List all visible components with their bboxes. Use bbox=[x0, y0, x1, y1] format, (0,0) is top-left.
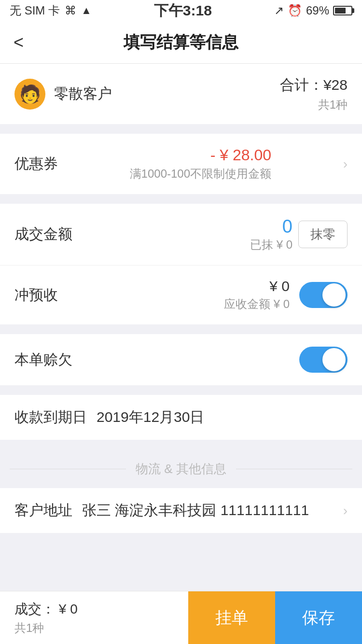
avatar-icon: 🧑 bbox=[19, 84, 41, 104]
bottom-info: 成交： ¥ 0 共1种 bbox=[0, 591, 188, 644]
status-bar: 无 SIM 卡 ⌘ ▲ 下午3:18 ↗ ⏰ 69% bbox=[0, 0, 362, 21]
save-button[interactable]: 保存 bbox=[275, 591, 362, 644]
due-date-value: 2019年12月30日 bbox=[97, 407, 204, 427]
total-amount: 合计：¥28 bbox=[280, 75, 348, 95]
coupon-right: - ¥ 28.00 满1000-100不限制使用金额 bbox=[130, 146, 271, 182]
page-title: 填写结算等信息 bbox=[124, 31, 238, 54]
address-row[interactable]: 客户地址 张三 海淀永丰科技园 11111111111 › bbox=[0, 488, 362, 533]
due-date-label: 收款到期日 bbox=[14, 407, 87, 427]
prepay-label: 冲预收 bbox=[14, 285, 58, 305]
deal-amount-right-inner: 0 已抹 ¥ 0 bbox=[250, 216, 292, 252]
location-icon: ↗ bbox=[274, 4, 284, 17]
customer-name: 零散客户 bbox=[54, 84, 112, 104]
prepay-right: ¥ 0 应收金额 ¥ 0 bbox=[224, 278, 348, 312]
logistics-line-left bbox=[10, 469, 126, 469]
status-left: 无 SIM 卡 ⌘ ▲ bbox=[10, 3, 92, 18]
coupon-row[interactable]: 优惠券 - ¥ 28.00 满1000-100不限制使用金额 › bbox=[0, 134, 362, 194]
bottom-deal: 成交： ¥ 0 bbox=[14, 600, 174, 618]
coupon-sub: 满1000-100不限制使用金额 bbox=[130, 166, 271, 182]
address-chevron: › bbox=[343, 503, 348, 518]
toggle-knob bbox=[322, 283, 346, 307]
battery-fill bbox=[335, 8, 346, 14]
deal-amount-label: 成交金额 bbox=[14, 224, 72, 244]
back-button[interactable]: < bbox=[14, 32, 24, 53]
coupon-amount: - ¥ 28.00 bbox=[130, 146, 271, 164]
credit-toggle[interactable] bbox=[299, 347, 348, 373]
customer-total: 合计：¥28 共1种 bbox=[280, 75, 348, 112]
logistics-divider: 物流 & 其他信息 bbox=[0, 449, 362, 488]
content: 🧑 零散客户 合计：¥28 共1种 优惠券 - ¥ 28.00 满1000-10… bbox=[0, 64, 362, 601]
battery-icon bbox=[333, 6, 352, 15]
coupon-chevron: › bbox=[343, 156, 348, 172]
hold-button[interactable]: 挂单 bbox=[188, 591, 275, 644]
address-value: 张三 海淀永丰科技园 11111111111 bbox=[82, 501, 343, 520]
wifi-icon: ⌘ bbox=[65, 4, 76, 17]
address-label: 客户地址 bbox=[14, 501, 72, 520]
customer-avatar: 🧑 bbox=[14, 79, 45, 110]
status-right: ↗ ⏰ 69% bbox=[274, 4, 352, 17]
deal-amount-right: 0 已抹 ¥ 0 抹零 bbox=[250, 216, 348, 252]
credit-row: 本单赊欠 bbox=[0, 334, 362, 385]
round-zero-button[interactable]: 抹零 bbox=[298, 221, 348, 248]
prepay-toggle[interactable] bbox=[299, 282, 348, 308]
divider-2 bbox=[0, 194, 362, 204]
bottom-bar: 成交： ¥ 0 共1种 挂单 保存 bbox=[0, 591, 362, 644]
customer-left: 🧑 零散客户 bbox=[14, 79, 112, 110]
deal-amount-value: 0 bbox=[250, 216, 292, 237]
credit-toggle-knob bbox=[322, 348, 346, 371]
bottom-count: 共1种 bbox=[14, 620, 174, 636]
credit-label: 本单赊欠 bbox=[14, 350, 72, 370]
prepay-sub: 应收金额 ¥ 0 bbox=[224, 296, 290, 312]
deal-amount-row: 成交金额 0 已抹 ¥ 0 抹零 bbox=[0, 204, 362, 266]
total-count: 共1种 bbox=[280, 97, 348, 112]
prepay-row: 冲预收 ¥ 0 应收金额 ¥ 0 bbox=[0, 266, 362, 324]
hold-button-label: 挂单 bbox=[215, 607, 248, 629]
battery-percent: 69% bbox=[306, 4, 329, 17]
nav-bar: < 填写结算等信息 bbox=[0, 21, 362, 64]
logistics-line-right bbox=[236, 469, 352, 469]
prepay-values: ¥ 0 应收金额 ¥ 0 bbox=[224, 278, 290, 312]
divider-3 bbox=[0, 324, 362, 334]
customer-row: 🧑 零散客户 合计：¥28 共1种 bbox=[0, 64, 362, 124]
divider-1 bbox=[0, 124, 362, 134]
logistics-text: 物流 & 其他信息 bbox=[136, 461, 226, 477]
due-date-row: 收款到期日 2019年12月30日 bbox=[0, 395, 362, 440]
alarm-icon: ⏰ bbox=[288, 4, 302, 17]
coupon-label: 优惠券 bbox=[14, 154, 58, 174]
bottom-deal-value: ¥ 0 bbox=[59, 602, 78, 616]
status-time: 下午3:18 bbox=[154, 1, 212, 21]
no-sim-text: 无 SIM 卡 bbox=[10, 3, 60, 18]
prepay-amount: ¥ 0 bbox=[224, 278, 290, 294]
bottom-deal-label: 成交： bbox=[14, 602, 55, 616]
wifi-text: ▲ bbox=[81, 4, 92, 17]
save-button-label: 保存 bbox=[302, 607, 335, 629]
deal-amount-sub: 已抹 ¥ 0 bbox=[250, 237, 292, 252]
